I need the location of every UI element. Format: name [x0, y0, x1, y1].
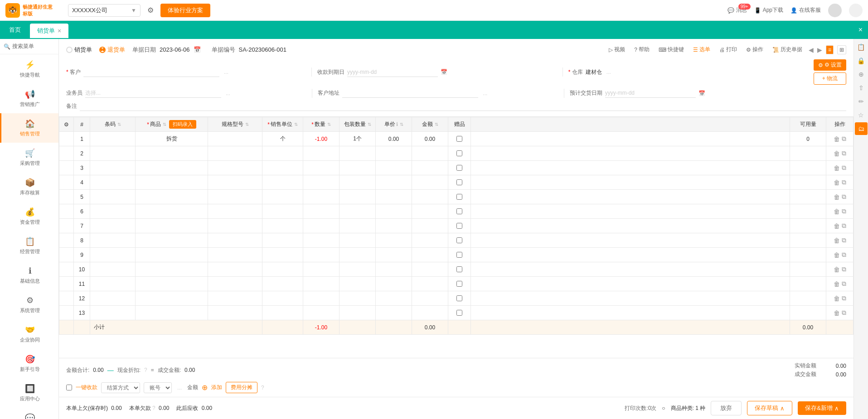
row-pkgqty[interactable] — [339, 175, 376, 190]
th-qty[interactable]: * 数量 ⇅ — [303, 117, 339, 132]
row-product[interactable] — [136, 219, 208, 233]
help-btn[interactable]: ? 帮助 — [631, 44, 652, 55]
row-barcode[interactable] — [90, 306, 136, 320]
row-product[interactable] — [136, 175, 208, 190]
row-unit[interactable] — [262, 233, 303, 248]
right-panel-btn-5[interactable]: ✏ — [855, 95, 868, 108]
add-icon[interactable]: ⊕ — [202, 383, 208, 392]
th-spec[interactable]: 规格型号 ⇅ — [208, 117, 262, 132]
row-settings[interactable] — [59, 175, 74, 190]
row-price[interactable]: 0.00 — [376, 132, 412, 146]
row-spec[interactable] — [208, 161, 262, 175]
row-settings[interactable] — [59, 161, 74, 175]
expected-calendar-icon[interactable]: 📅 — [698, 90, 705, 96]
copy-icon[interactable]: ⧉ — [842, 294, 846, 302]
row-gift[interactable] — [448, 219, 471, 233]
row-unit[interactable] — [262, 306, 303, 320]
copy-icon[interactable]: ⧉ — [842, 265, 846, 273]
row-amount[interactable] — [412, 248, 448, 262]
row-product[interactable] — [136, 204, 208, 219]
trial-button[interactable]: 体验行业方案 — [160, 4, 210, 17]
sidebar-search[interactable]: 🔍 搜索菜单 — [0, 39, 58, 54]
row-barcode[interactable] — [90, 190, 136, 204]
th-pkgqty[interactable]: 包装数量 ⇅ — [339, 117, 376, 132]
one-click-checkbox[interactable] — [66, 385, 72, 390]
row-settings[interactable] — [59, 204, 74, 219]
sidebar-item-system[interactable]: ⚙ 系统管理 — [0, 290, 58, 319]
payment-date-input[interactable] — [347, 67, 438, 77]
action-btn[interactable]: ⚙ 操作 — [743, 44, 766, 55]
copy-icon[interactable]: ⧉ — [842, 164, 846, 172]
row-qty[interactable] — [303, 190, 339, 204]
right-panel-btn-3[interactable]: ⊕ — [855, 68, 868, 81]
row-unit[interactable] — [262, 204, 303, 219]
row-pkgqty[interactable] — [339, 219, 376, 233]
row-spec[interactable] — [208, 233, 262, 248]
print-btn[interactable]: 🖨 打印 — [717, 44, 740, 55]
row-pkgqty[interactable]: 1个 — [339, 132, 376, 146]
sidebar-item-app-center[interactable]: 🔲 应用中心 — [0, 378, 58, 408]
row-unit[interactable] — [262, 175, 303, 190]
row-barcode[interactable] — [90, 248, 136, 262]
row-barcode[interactable] — [90, 219, 136, 233]
row-product[interactable] — [136, 233, 208, 248]
row-gift[interactable] — [448, 204, 471, 219]
th-unit[interactable]: * 销售单位 ⇅ — [262, 117, 303, 132]
row-qty[interactable] — [303, 161, 339, 175]
calendar-icon[interactable]: 📅 — [194, 46, 201, 53]
row-unit[interactable] — [262, 277, 303, 291]
row-spec[interactable] — [208, 291, 262, 306]
copy-icon[interactable]: ⧉ — [842, 135, 846, 143]
history-btn[interactable]: 📜 历史单据 — [770, 44, 805, 55]
row-pkgqty[interactable] — [339, 204, 376, 219]
select-btn[interactable]: ☰ 选单 — [690, 44, 713, 55]
copy-icon[interactable]: ⧉ — [842, 222, 846, 230]
th-product[interactable]: * 商品 ⇅ 扫码录入 — [136, 117, 208, 132]
row-barcode[interactable] — [90, 175, 136, 190]
row-price[interactable] — [376, 306, 412, 320]
delete-icon[interactable]: 🗑 — [834, 280, 840, 288]
row-settings[interactable] — [59, 219, 74, 233]
copy-icon[interactable]: ⧉ — [842, 280, 846, 288]
row-price[interactable] — [376, 262, 412, 277]
row-amount[interactable] — [412, 306, 448, 320]
row-barcode[interactable] — [90, 146, 136, 161]
right-panel-btn-1[interactable]: 📋 — [855, 41, 868, 53]
row-settings[interactable] — [59, 262, 74, 277]
copy-icon[interactable]: ⧉ — [842, 251, 846, 259]
row-price[interactable] — [376, 291, 412, 306]
sidebar-item-enterprise[interactable]: 🤝 企业协同 — [0, 319, 58, 349]
row-qty[interactable] — [303, 219, 339, 233]
row-amount[interactable] — [412, 190, 448, 204]
row-unit[interactable] — [262, 248, 303, 262]
row-product[interactable] — [136, 291, 208, 306]
row-price[interactable] — [376, 161, 412, 175]
warehouse-dots-btn[interactable]: ... — [605, 69, 613, 75]
row-settings[interactable] — [59, 291, 74, 306]
th-settings[interactable]: ⚙ — [59, 117, 74, 132]
row-product[interactable] — [136, 306, 208, 320]
right-panel-btn-4[interactable]: ⇧ — [855, 82, 868, 94]
row-price[interactable] — [376, 248, 412, 262]
row-qty[interactable] — [303, 248, 339, 262]
row-product[interactable]: 拆货 — [136, 132, 208, 146]
row-settings[interactable] — [59, 277, 74, 291]
row-qty[interactable] — [303, 146, 339, 161]
salesperson-dots-btn[interactable]: ... — [224, 90, 232, 96]
row-settings[interactable] — [59, 146, 74, 161]
delete-icon[interactable]: 🗑 — [834, 251, 840, 259]
row-spec[interactable] — [208, 262, 262, 277]
view-list-btn[interactable]: ≡ — [826, 45, 834, 54]
copy-icon[interactable]: ⧉ — [842, 236, 846, 244]
method-select[interactable]: 结算方式 — [101, 382, 140, 393]
row-gift[interactable] — [448, 291, 471, 306]
th-barcode[interactable]: 条码 ⇅ — [90, 117, 136, 132]
delete-icon[interactable]: 🗑 — [834, 179, 840, 186]
sidebar-item-marketing[interactable]: 📢 营销推广 — [0, 84, 58, 113]
row-spec[interactable] — [208, 277, 262, 291]
th-price[interactable]: 单价 ℹ ⇅ — [376, 117, 412, 132]
delete-icon[interactable]: 🗑 — [834, 193, 840, 201]
row-amount[interactable] — [412, 161, 448, 175]
th-amount[interactable]: 金额 ⇅ — [412, 117, 448, 132]
row-pkgqty[interactable] — [339, 248, 376, 262]
